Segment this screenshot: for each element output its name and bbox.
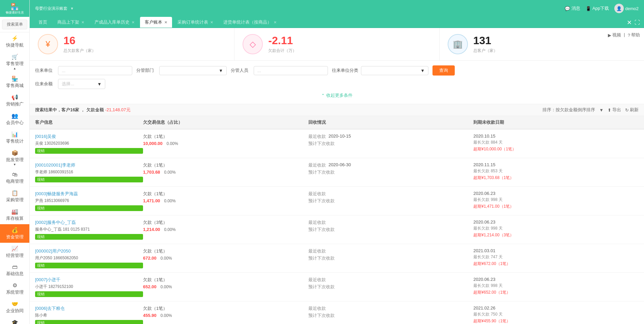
due-info-5: 2020.06.23 最长欠款 998 天 超期¥652.00（1笔） bbox=[473, 277, 639, 295]
due-days-6: 最长欠款 750 天 bbox=[473, 312, 639, 317]
search-menu-button[interactable]: 搜索菜单 bbox=[2, 20, 27, 29]
close-all-tabs-btn[interactable]: ✕ bbox=[627, 19, 632, 26]
debt-amount-0[interactable]: 10,000.00 bbox=[143, 141, 163, 146]
sidebar-item-enterprise[interactable]: 🤝 企业协同 bbox=[0, 298, 29, 317]
tab-bar-actions: ✕ ⛶ bbox=[627, 19, 640, 28]
debt-amount-4[interactable]: 672.00 bbox=[143, 256, 157, 261]
dept-select[interactable]: ▼ bbox=[159, 66, 227, 75]
person-input[interactable]: ... bbox=[254, 66, 328, 75]
tab-product-history[interactable]: 产成品入库单历史 ✕ bbox=[90, 17, 139, 28]
fullscreen-btn[interactable]: ⛶ bbox=[635, 20, 640, 26]
sidebar-item-retail-mgmt[interactable]: 🛒 零售管理 ▲ bbox=[0, 51, 29, 73]
sys-mgmt-icon: ⚙ bbox=[12, 282, 17, 289]
export-icon: ⬆ bbox=[608, 108, 611, 113]
sidebar-item-batch-mgmt[interactable]: 📦 批发管理 ▼ bbox=[0, 147, 29, 169]
message-btn[interactable]: 💬 消息 bbox=[565, 5, 580, 11]
collection-info-5: 最近收款 预计下次收款 bbox=[308, 277, 474, 290]
customer-name-5[interactable]: [0007]小迸千 bbox=[35, 277, 143, 283]
collection-row-3: 最近收款 bbox=[308, 219, 474, 226]
sidebar-item-purchase[interactable]: 📋 采购管理 bbox=[0, 187, 29, 206]
balance-select[interactable]: 选择... ▼ bbox=[58, 79, 105, 89]
dropdown-icon[interactable]: ▼ bbox=[70, 6, 74, 10]
customer-name-3[interactable]: [0002]服务中心_丁磊 bbox=[35, 219, 143, 226]
last-collection-label-0: 最近收款 bbox=[308, 134, 326, 140]
overdue-amount-1[interactable]: 超期¥1,703.68（1笔） bbox=[473, 175, 639, 181]
retail-mall-icon: 🏪 bbox=[11, 76, 18, 82]
next-collection-label-1: 预计下次收款 bbox=[308, 169, 335, 175]
debt-amount-5[interactable]: 652.00 bbox=[143, 284, 157, 289]
sidebar-item-label: 零售统计 bbox=[6, 138, 24, 144]
table-row: [0006]去下粮仓 陈小希 现销 欠款（1笔） 455.90 0.00% 最 bbox=[30, 301, 644, 324]
debt-amount-6[interactable]: 455.90 bbox=[143, 313, 157, 318]
sidebar-item-marketing[interactable]: 📢 营销推广 bbox=[0, 91, 29, 110]
customer-name-2[interactable]: [0003]畅捷服务尹海蕊 bbox=[35, 191, 143, 197]
overdue-amount-6[interactable]: 超期¥455.90（1笔） bbox=[473, 318, 639, 324]
overdue-amount-2[interactable]: 超期¥1,471.00（1笔） bbox=[473, 204, 639, 209]
close-icon[interactable]: ✕ bbox=[210, 20, 213, 25]
sidebar-item-quick-nav[interactable]: ⚡ 快捷导航 bbox=[0, 32, 29, 51]
debt-info-1: 欠款（1笔） 1,703.68 0.00% bbox=[143, 162, 308, 175]
sidebar-item-finance[interactable]: 💰 资金管理 bbox=[0, 224, 29, 243]
sidebar-item-inventory[interactable]: 🏭 库存核算 bbox=[0, 206, 29, 224]
tab-product-status[interactable]: 商品上下架 ✕ bbox=[53, 17, 89, 28]
collapse-label: 收起更多条件 bbox=[326, 92, 353, 98]
refresh-btn[interactable]: ↻ 刷新 bbox=[625, 107, 639, 113]
tab-import-stats[interactable]: 进货单统计表（按商品） ✕ bbox=[219, 17, 281, 28]
overdue-amount-5[interactable]: 超期¥652.00（1笔） bbox=[473, 290, 639, 295]
overdue-amount-4[interactable]: 超期¥672.00（1笔） bbox=[473, 261, 639, 267]
tab-import-stats-label: 进货单统计表（按商品） bbox=[223, 19, 272, 25]
debt-total-value: -2.11 bbox=[268, 35, 297, 47]
collection-row-6: 最近收款 bbox=[308, 305, 474, 312]
sidebar-item-member[interactable]: 👥 会员中心 bbox=[0, 110, 29, 128]
chevron-down-icon: ▼ bbox=[420, 68, 425, 73]
tab-home[interactable]: 首页 bbox=[34, 17, 52, 28]
close-icon[interactable]: ✕ bbox=[164, 20, 167, 25]
sidebar-item-newbie[interactable]: 🎓 新手引导 bbox=[0, 317, 29, 324]
customer-name-0[interactable]: [0016]吴俊 bbox=[35, 134, 143, 140]
close-icon[interactable]: ✕ bbox=[81, 20, 84, 25]
export-btn[interactable]: ⬆ 导出 bbox=[608, 107, 621, 113]
debt-amount-value: -21,148.07元 bbox=[105, 107, 130, 112]
overdue-amount-0[interactable]: 超期¥10,000.00（1笔） bbox=[473, 146, 639, 152]
results-summary: 搜索结果中，客户16家 bbox=[35, 107, 79, 112]
customer-name-6[interactable]: [0006]去下粮仓 bbox=[35, 305, 143, 312]
collapse-filter-btn[interactable]: ⌃ 收起更多条件 bbox=[35, 92, 639, 98]
close-icon[interactable]: ✕ bbox=[274, 20, 277, 25]
debt-customers-value: 16 bbox=[63, 35, 96, 47]
overdue-amount-3[interactable]: 超期¥1,214.00（3笔） bbox=[473, 232, 639, 238]
table-row-3: [0002]服务中心_丁磊 服务中心_丁磊 181 0125 8371 现销 欠… bbox=[30, 215, 644, 244]
sidebar-item-retail-mall[interactable]: 🏪 零售商城 bbox=[0, 73, 29, 91]
debt-amount-3[interactable]: 1,214.00 bbox=[143, 227, 160, 232]
debt-amount-1[interactable]: 1,703.68 bbox=[143, 170, 160, 175]
unit-category-select[interactable]: ▼ bbox=[361, 66, 428, 75]
customer-name-1[interactable]: [0001020001]李老师 bbox=[35, 162, 143, 168]
sidebar-item-label: 电商管理 bbox=[6, 178, 24, 184]
customer-name-4[interactable]: [000002]用户2050 bbox=[35, 248, 143, 254]
due-date-6: 2021.02.26 bbox=[473, 305, 639, 311]
inventory-icon: 🏭 bbox=[11, 208, 18, 215]
col-collection: 回收情况 bbox=[308, 119, 474, 125]
sidebar-item-retail-stats[interactable]: 📊 零售统计 bbox=[0, 128, 29, 147]
tab-purchase-stats[interactable]: 采购订单统计表 ✕ bbox=[173, 17, 218, 28]
close-icon[interactable]: ✕ bbox=[132, 20, 135, 25]
next-collection-row-1: 预计下次收款 bbox=[308, 169, 474, 175]
table-header: 客户信息 欠交易信息（占比） 回收情况 到期未收款日期 bbox=[30, 116, 644, 129]
sidebar-item-basic-info[interactable]: 🗃 基础信息 bbox=[0, 261, 29, 279]
source-unit-input[interactable]: ... bbox=[58, 66, 132, 75]
view-video-btn[interactable]: ▶ 视频 bbox=[608, 32, 621, 38]
last-collection-date-1: 2020-06-30 bbox=[329, 162, 351, 168]
help-btn[interactable]: ? 帮助 bbox=[628, 32, 640, 38]
tab-customer-account[interactable]: 客户账本 ✕ bbox=[140, 17, 172, 28]
customer-info-0: [0016]吴俊 吴俊 13026203696 现销 bbox=[35, 134, 143, 154]
chevron-down-icon[interactable]: ▼ bbox=[599, 108, 604, 113]
debt-amount-row-3: 1,214.00 0.00% bbox=[143, 227, 308, 232]
app-download-btn[interactable]: 📱 App下载 bbox=[586, 5, 609, 11]
debt-count-4: 欠款（1笔） bbox=[143, 248, 308, 254]
sidebar-item-sys-mgmt[interactable]: ⚙ 系统管理 bbox=[0, 279, 29, 298]
sidebar-item-ops-mgmt[interactable]: 📈 经营管理 bbox=[0, 243, 29, 261]
search-button[interactable]: 查询 bbox=[432, 65, 455, 76]
debt-amount-2[interactable]: 1,471.00 bbox=[143, 198, 160, 203]
sidebar-item-ecommerce[interactable]: 🛍 电商管理 bbox=[0, 169, 29, 187]
dept-label: 分管部门 bbox=[136, 67, 157, 73]
user-avatar-btn[interactable]: 👤 demo2 bbox=[614, 4, 639, 13]
